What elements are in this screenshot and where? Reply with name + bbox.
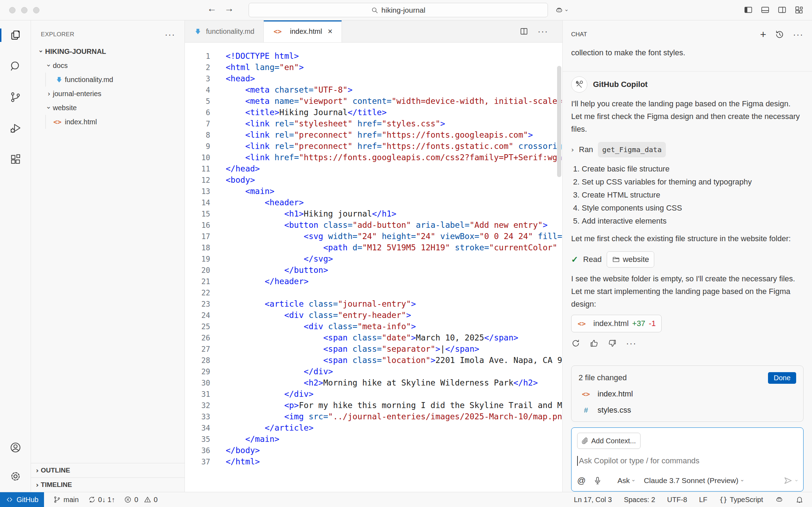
code-line[interactable]: 18 <path d="M12 5V19M5 12H19" stroke="cu… [185, 242, 562, 253]
code-line[interactable]: 7 <link rel="stylesheet" href="styles.cs… [185, 118, 562, 129]
code-line[interactable]: 15 <h1>Hiking journal</h1> [185, 208, 562, 219]
back-icon[interactable]: ← [207, 3, 217, 14]
code-line[interactable]: 30 <h2>Morning hike at Skyline Wildernes… [185, 377, 562, 388]
code-line[interactable]: 29 </div> [185, 366, 562, 377]
code-line[interactable]: 24 <div class="entry-header"> [185, 309, 562, 321]
code-line[interactable]: 27 <span class="separator">|</span> [185, 343, 562, 355]
code-line[interactable]: 36</body> [185, 445, 562, 456]
copilot-icon[interactable] [555, 6, 563, 14]
code-line[interactable]: 21 </header> [185, 276, 562, 287]
account-icon[interactable] [10, 442, 21, 453]
toggle-secondary-sidebar-icon[interactable] [777, 5, 787, 14]
thumbs-up-icon[interactable] [589, 339, 599, 348]
changed-file-index-html[interactable]: <>index.html [579, 388, 796, 400]
response-more-actions-icon[interactable]: ··· [626, 342, 637, 345]
search-view-icon[interactable] [10, 60, 21, 72]
changed-file-chip[interactable]: <> index.html +37 -1 [571, 315, 662, 332]
code-line[interactable]: 17 <svg width="24" height="24" viewBox="… [185, 231, 562, 242]
close-tab-icon[interactable]: × [328, 27, 332, 36]
code-line[interactable]: 22 [185, 287, 562, 298]
code-line[interactable]: 26 <span class="date">March 10, 2025</sp… [185, 332, 562, 343]
code-line[interactable]: 3<head> [185, 73, 562, 84]
tool-run-row[interactable]: › Ran get_Figma_data [571, 142, 804, 157]
code-line[interactable]: 6 <title>Hiking Journal</title> [185, 107, 562, 118]
tab-index-html[interactable]: <> index.html × [264, 20, 342, 42]
customize-layout-icon[interactable] [794, 5, 804, 14]
code-line[interactable]: 11</head> [185, 163, 562, 174]
run-debug-view-icon[interactable] [10, 122, 21, 134]
chevron-down-icon[interactable]: › [790, 480, 803, 482]
model-selector[interactable]: Claude 3.7 Sonnet (Preview) › [644, 474, 743, 487]
code-line[interactable]: 23 <article class="journal-entry"> [185, 298, 562, 309]
code-line[interactable]: 5 <meta name="viewport" content="width=d… [185, 95, 562, 107]
tree-item-website[interactable]: ›website [31, 101, 185, 115]
chevron-right-icon[interactable]: › [571, 143, 574, 156]
copilot-status[interactable] [775, 495, 783, 504]
explorer-view-icon[interactable] [10, 29, 21, 41]
code-line[interactable]: 34 </article> [185, 422, 562, 433]
tool-name-chip[interactable]: get_Figma_data [598, 142, 666, 157]
thumbs-down-icon[interactable] [608, 339, 617, 348]
code-line[interactable]: 32 <p>For my hike this morning I did the… [185, 400, 562, 411]
tree-item-docs[interactable]: ›docs [31, 58, 185, 73]
chevron-down-icon[interactable]: › [563, 9, 570, 11]
mode-selector[interactable]: Ask › [617, 474, 635, 487]
tree-item-index-html[interactable]: <>index.html [31, 115, 185, 129]
forward-icon[interactable]: → [224, 3, 234, 14]
website-folder-chip[interactable]: website [607, 251, 655, 268]
encoding-setting[interactable]: UTF-8 [667, 496, 687, 504]
code-line[interactable]: 37</html> [185, 456, 562, 467]
remote-indicator[interactable]: GitHub [0, 492, 44, 507]
maximize-window-button[interactable] [33, 7, 39, 13]
branch-indicator[interactable]: main [53, 496, 79, 504]
code-line[interactable]: 33 <img src="../journal-enteries/images/… [185, 411, 562, 422]
command-center-search[interactable]: hiking-journal [249, 3, 548, 17]
chat-history-icon[interactable] [775, 30, 785, 39]
code-line[interactable]: 1<!DOCTYPE html> [185, 50, 562, 62]
code-line[interactable]: 31 </div> [185, 388, 562, 400]
new-chat-icon[interactable]: + [760, 30, 766, 39]
chat-text-input[interactable]: Ask Copilot or type / for commands [577, 455, 798, 467]
notifications-bell[interactable] [795, 496, 804, 504]
toggle-panel-icon[interactable] [761, 5, 770, 14]
editor-scrollbar[interactable] [557, 66, 561, 177]
code-line[interactable]: 19 </svg> [185, 253, 562, 264]
code-line[interactable]: 4 <meta charset="UTF-8"> [185, 84, 562, 95]
code-line[interactable]: 28 <span class="location">2201 Imola Ave… [185, 355, 562, 366]
minimize-window-button[interactable] [21, 7, 27, 13]
chat-more-actions-icon[interactable]: ··· [793, 33, 804, 36]
sync-changes[interactable]: 0↓ 1↑ [88, 496, 115, 504]
explorer-more-actions-icon[interactable]: ··· [165, 33, 175, 36]
code-line[interactable]: 14 <header> [185, 197, 562, 208]
settings-gear-icon[interactable] [10, 470, 21, 482]
indentation-setting[interactable]: Spaces: 2 [624, 496, 655, 504]
cursor-position[interactable]: Ln 17, Col 3 [574, 496, 612, 504]
language-mode[interactable]: {} TypeScript [719, 496, 763, 504]
toggle-primary-sidebar-icon[interactable] [744, 5, 753, 14]
tree-root-hiking-journal[interactable]: › HIKING-JOURNAL [31, 44, 185, 58]
editor-more-actions-icon[interactable]: ··· [538, 30, 548, 33]
code-line[interactable]: 16 <button class="add-button" aria-label… [185, 219, 562, 231]
eol-setting[interactable]: LF [699, 496, 707, 504]
code-line[interactable]: 13 <main> [185, 186, 562, 197]
code-line[interactable]: 35 </main> [185, 433, 562, 445]
timeline-section[interactable]: › TIMELINE [31, 477, 185, 492]
tab-functionality-md[interactable]: functionality.md [185, 20, 264, 42]
code-editor[interactable]: 1<!DOCTYPE html>2<html lang="en">3<head>… [185, 43, 562, 492]
extensions-view-icon[interactable] [10, 153, 21, 165]
microphone-icon[interactable] [593, 476, 602, 485]
code-line[interactable]: 20 </button> [185, 264, 562, 276]
code-line[interactable]: 10 <link href="https://fonts.googleapis.… [185, 152, 562, 163]
code-line[interactable]: 25 <div class="meta-info"> [185, 321, 562, 332]
rerun-icon[interactable] [571, 339, 580, 348]
changed-file-styles-css[interactable]: #styles.css [579, 404, 796, 417]
code-line[interactable]: 12<body> [185, 174, 562, 186]
code-line[interactable]: 2<html lang="en"> [185, 62, 562, 73]
tree-item-journal-enteries[interactable]: ›journal-enteries [31, 87, 185, 101]
code-line[interactable]: 8 <link rel="preconnect" href="https://f… [185, 129, 562, 140]
mention-icon[interactable]: @ [577, 474, 586, 487]
problems-indicator[interactable]: 0 0 [124, 496, 157, 504]
code-line[interactable]: 9 <link rel="preconnect" href="https://f… [185, 140, 562, 152]
done-button[interactable]: Done [768, 372, 796, 384]
chat-input-box[interactable]: Add Context... Ask Copilot or type / for… [571, 427, 804, 492]
